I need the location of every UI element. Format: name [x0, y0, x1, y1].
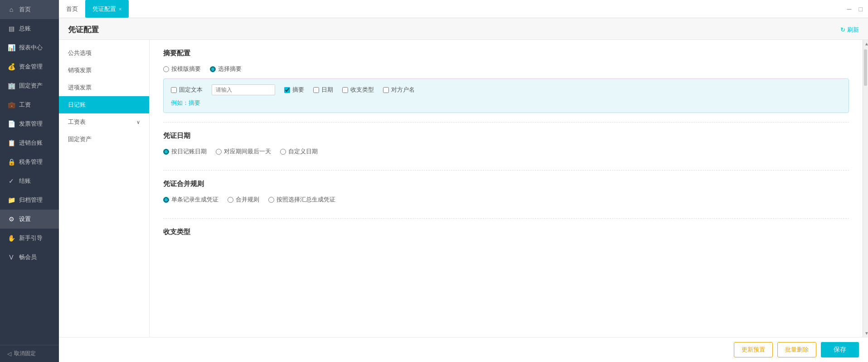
income-type-checkbox-item[interactable]: 收支类型	[342, 86, 374, 94]
summary-select-label: 选择摘要	[218, 65, 242, 73]
page-title: 凭证配置	[68, 24, 99, 35]
sidebar-item-tax[interactable]: 🔒税务管理	[0, 152, 59, 171]
custom-date-radio[interactable]	[280, 149, 286, 155]
summary-checkbox[interactable]	[284, 87, 290, 93]
sidebar-item-ledger[interactable]: ▤总账	[0, 19, 59, 38]
sidebar-item-salary[interactable]: 💼工资	[0, 95, 59, 114]
counterparty-checkbox-item[interactable]: 对方户名	[383, 86, 415, 94]
left-nav-item-public[interactable]: 公共选项	[59, 44, 149, 62]
sidebar-label-assets: 固定资产	[19, 82, 43, 90]
journal-date-option[interactable]: 按日记账日期	[163, 147, 207, 156]
minimize-button[interactable]: ─	[845, 4, 853, 15]
sidebar-item-trade[interactable]: 📋进销台账	[0, 133, 59, 152]
summary-label: 摘要	[292, 86, 304, 94]
left-nav-item-journal[interactable]: 日记账	[59, 96, 149, 113]
last-day-radio[interactable]	[216, 149, 222, 155]
expand-arrow-payroll: ∨	[136, 119, 140, 125]
salary-icon: 💼	[7, 101, 15, 108]
tab-bar: 首页凭证配置× ─ □	[59, 0, 868, 18]
sidebar-item-home[interactable]: ⌂首页	[0, 0, 59, 19]
left-nav-item-purchase[interactable]: 进项发票	[59, 79, 149, 96]
assets-icon: 🏢	[7, 82, 15, 89]
single-record-option[interactable]: 单条记录生成凭证	[163, 196, 218, 204]
update-preview-button[interactable]: 更新预置	[734, 342, 773, 357]
sidebar-label-salary: 工资	[19, 101, 31, 109]
bottom-bar: 更新预置 批量删除 保存	[59, 337, 868, 362]
sidebar-label-member: 畅会员	[19, 253, 37, 261]
date-checkbox[interactable]	[313, 87, 319, 93]
example-row: 例如：摘要	[171, 99, 841, 107]
left-nav-label-journal: 日记账	[68, 101, 86, 109]
fixed-text-checkbox[interactable]	[171, 87, 177, 93]
sidebar-item-report[interactable]: 📊报表中心	[0, 38, 59, 57]
income-type-section: 收支类型	[163, 228, 849, 253]
select-merge-option[interactable]: 按照选择汇总生成凭证	[268, 196, 335, 204]
date-title: 凭证日期	[163, 132, 849, 140]
sidebar-item-invoice[interactable]: 📄发票管理	[0, 114, 59, 133]
batch-delete-button[interactable]: 批量删除	[777, 342, 816, 357]
fixed-text-checkbox-item[interactable]: 固定文本	[171, 86, 203, 94]
tab-close-voucher-config-tab[interactable]: ×	[119, 6, 121, 12]
guide-icon: ✋	[7, 235, 15, 242]
custom-date-label: 自定义日期	[288, 147, 318, 156]
maximize-button[interactable]: □	[857, 4, 864, 15]
journal-date-radio[interactable]	[163, 149, 169, 155]
tab-home-tab[interactable]: 首页	[59, 0, 85, 18]
sidebar-item-settle[interactable]: ✓结账	[0, 171, 59, 191]
summary-checkbox-area: 固定文本 摘要 日期	[163, 78, 849, 113]
fund-icon: 💰	[7, 63, 15, 70]
summary-template-radio[interactable]	[163, 66, 169, 72]
settle-icon: ✓	[7, 177, 15, 185]
save-button[interactable]: 保存	[821, 342, 859, 357]
merge-rule-option[interactable]: 合并规则	[228, 196, 259, 204]
right-content: 摘要配置 按模版摘要 选择摘要	[150, 40, 863, 337]
custom-date-option[interactable]: 自定义日期	[280, 147, 318, 156]
sidebar-label-trade: 进销台账	[19, 139, 43, 147]
summary-checkboxes: 固定文本 摘要 日期	[171, 84, 841, 95]
sidebar-item-guide[interactable]: ✋新手引导	[0, 229, 59, 248]
refresh-button[interactable]: ↻ 刷新	[840, 26, 859, 34]
tax-icon: 🔒	[7, 158, 15, 166]
last-day-label: 对应期间最后一天	[224, 147, 271, 156]
tab-voucher-config-tab[interactable]: 凭证配置×	[85, 0, 129, 18]
scrollbar[interactable]: ▲ ▼	[863, 40, 868, 337]
summary-checkbox-item[interactable]: 摘要	[284, 86, 304, 94]
summary-template-option[interactable]: 按模版摘要	[163, 65, 201, 73]
left-nav-label-payroll: 工资表	[68, 118, 86, 126]
left-nav-item-sales[interactable]: 销项发票	[59, 62, 149, 79]
income-type-section-title: 收支类型	[163, 228, 849, 236]
cancel-pin-button[interactable]: ◁ 取消固定	[0, 345, 59, 362]
sidebar-label-tax: 税务管理	[19, 158, 43, 166]
sidebar-item-fund[interactable]: 💰资金管理	[0, 57, 59, 76]
scrollbar-thumb[interactable]	[864, 49, 867, 86]
main-content: 首页凭证配置× ─ □ 凭证配置 ↻ 刷新 公共选项销项发票进项发票日记账工资表…	[59, 0, 868, 362]
sidebar-item-archive[interactable]: 📁归档管理	[0, 191, 59, 210]
left-nav: 公共选项销项发票进项发票日记账工资表∨固定资产	[59, 40, 150, 337]
tab-label-home-tab: 首页	[66, 5, 78, 13]
select-merge-radio[interactable]	[268, 197, 274, 203]
income-type-checkbox[interactable]	[342, 87, 348, 93]
fixed-text-input[interactable]	[212, 84, 275, 95]
single-record-radio[interactable]	[163, 197, 169, 203]
merge-rule-label: 合并规则	[236, 196, 259, 204]
sidebar-item-assets[interactable]: 🏢固定资产	[0, 76, 59, 95]
left-nav-item-fixed_assets[interactable]: 固定资产	[59, 131, 149, 148]
sidebar-label-archive: 归档管理	[19, 196, 43, 204]
scroll-down-arrow[interactable]: ▼	[863, 329, 868, 337]
summary-select-option[interactable]: 选择摘要	[210, 65, 242, 73]
refresh-icon: ↻	[840, 26, 845, 33]
merge-rule-radio[interactable]	[228, 197, 233, 203]
counterparty-checkbox[interactable]	[383, 87, 389, 93]
income-type-label: 收支类型	[350, 86, 374, 94]
sidebar-label-guide: 新手引导	[19, 234, 43, 242]
sidebar-item-settings[interactable]: ⚙设置	[0, 210, 59, 229]
sidebar-item-member[interactable]: V畅会员	[0, 248, 59, 267]
scroll-up-arrow[interactable]: ▲	[863, 40, 868, 48]
summary-select-radio[interactable]	[210, 66, 216, 72]
date-checkbox-item[interactable]: 日期	[313, 86, 333, 94]
page-header: 凭证配置 ↻ 刷新	[59, 18, 868, 40]
left-nav-item-payroll[interactable]: 工资表∨	[59, 113, 149, 131]
example-text: 例如：摘要	[171, 99, 200, 106]
last-day-option[interactable]: 对应期间最后一天	[216, 147, 271, 156]
sidebar-label-report: 报表中心	[19, 44, 43, 52]
